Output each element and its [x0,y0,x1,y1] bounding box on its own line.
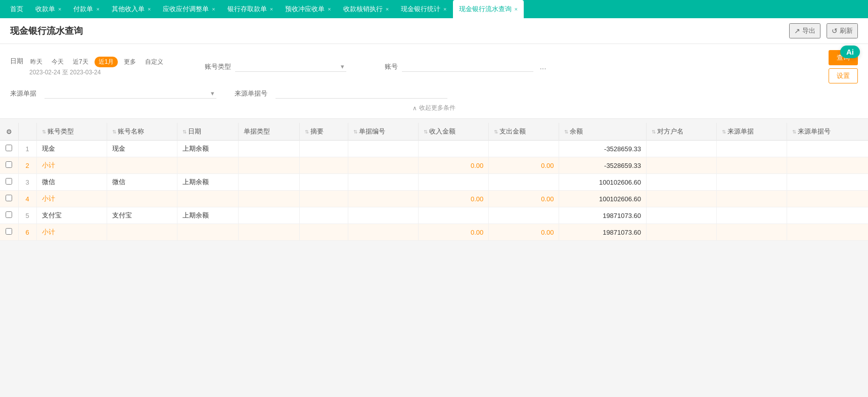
export-icon: ↗ [794,27,800,35]
nav-item-prepay[interactable]: 预收冲应收单 × [279,0,337,18]
close-icon[interactable]: × [58,0,61,18]
cell-counterpart [647,191,717,207]
cell-income [419,174,489,191]
date-btn-1month[interactable]: 近1月 [95,57,118,67]
filter-area: 日期 昨天 今天 近7天 近1月 更多 自定义 2023-02-24 至 202… [0,44,868,119]
table-row: 4 小计 0.00 0.00 100102606.60 [0,191,868,207]
table-container: ⚙ ⇅ 账号类型 ⇅ 账号名称 ⇅ [0,123,868,241]
th-gear[interactable]: ⚙ [0,123,18,141]
cell-balance: -3528659.33 [559,157,647,174]
cell-checkbox[interactable] [0,174,18,191]
date-btn-today[interactable]: 今天 [49,57,67,67]
cell-num: 2 [18,157,36,174]
account-dots-button[interactable]: ... [537,62,548,71]
collapse-bar[interactable]: ∧ 收起更多条件 [10,104,858,112]
nav-item-cashflow[interactable]: 现金银行流水查询 × [453,0,524,18]
cell-income: 0.00 [419,224,489,241]
nav-item-other-income[interactable]: 其他收入单 × [106,0,157,18]
table-row: 6 小计 0.00 0.00 19871073.60 [0,224,868,241]
th-counterpart[interactable]: ⇅ 对方户名 [647,123,717,141]
nav-item-home[interactable]: 首页 [4,0,29,18]
cell-source-voucher-no [787,224,868,241]
cell-account-type: 支付宝 [36,207,107,224]
close-icon[interactable]: × [386,0,389,18]
cell-account-name [107,157,177,174]
nav-item-receipt[interactable]: 收款单 × [29,0,67,18]
account-type-select[interactable]: ▾ [235,62,346,72]
th-source-voucher[interactable]: ⇅ 来源单据 [717,123,787,141]
nav-item-payment[interactable]: 付款单 × [67,0,105,18]
cell-summary [299,224,348,241]
refresh-button[interactable]: ↺ 刷新 [827,23,858,38]
chevron-up-icon: ∧ [413,105,417,112]
close-icon[interactable]: × [443,0,446,18]
th-account-name[interactable]: ⇅ 账号名称 [107,123,177,141]
th-balance[interactable]: ⇅ 余额 [559,123,647,141]
close-icon[interactable]: × [515,0,518,18]
cell-account-type: 现金 [36,141,107,157]
sort-icon: ⇅ [305,129,309,135]
sort-icon: ⇅ [42,129,46,135]
cell-checkbox[interactable] [0,191,18,207]
close-icon[interactable]: × [212,0,215,18]
cell-checkbox[interactable] [0,157,18,174]
date-btn-7days[interactable]: 近7天 [70,57,92,67]
source-voucher-no-label: 来源单据号 [235,89,267,98]
source-voucher-no-input[interactable] [276,89,447,99]
ai-assistant-button[interactable]: Ai [840,46,860,58]
cell-balance: 19871073.60 [559,207,647,224]
nav-item-adjustment[interactable]: 应收应付调整单 × [157,0,221,18]
close-icon[interactable]: × [96,0,99,18]
th-date[interactable]: ⇅ 日期 [177,123,238,141]
cell-counterpart [647,207,717,224]
cell-summary [299,174,348,191]
th-summary[interactable]: ⇅ 摘要 [299,123,348,141]
cell-account-type: 小计 [36,224,107,241]
account-input[interactable] [402,62,533,72]
sort-icon: ⇅ [424,129,428,135]
nav-item-stats[interactable]: 现金银行统计 × [395,0,452,18]
cell-checkbox[interactable] [0,224,18,241]
page-header: 现金银行流水查询 ↗ 导出 ↺ 刷新 [0,18,868,44]
cell-summary [299,207,348,224]
cell-num: 4 [18,191,36,207]
cell-voucher-type [238,191,299,207]
cell-counterpart [647,141,717,157]
cell-voucher-type [238,207,299,224]
cell-account-type: 小计 [36,191,107,207]
close-icon[interactable]: × [328,0,331,18]
th-voucher-type: 单据类型 [238,123,299,141]
cell-checkbox[interactable] [0,141,18,157]
th-expense[interactable]: ⇅ 支出金额 [489,123,559,141]
cell-balance: 100102606.60 [559,191,647,207]
page-title: 现金银行流水查询 [10,25,83,37]
export-button[interactable]: ↗ 导出 [789,23,820,38]
cell-account-type: 小计 [36,157,107,174]
source-voucher-select[interactable]: ▾ [44,89,216,99]
filter-row-1: 日期 昨天 今天 近7天 近1月 更多 自定义 2023-02-24 至 202… [10,50,858,83]
cell-summary [299,141,348,157]
close-icon[interactable]: × [270,0,273,18]
cell-summary [299,157,348,174]
nav-item-writeoff[interactable]: 收款核销执行 × [337,0,395,18]
th-source-voucher-no[interactable]: ⇅ 来源单据号 [787,123,868,141]
cell-expense: 0.00 [489,224,559,241]
th-income[interactable]: ⇅ 收入金额 [419,123,489,141]
th-account-type[interactable]: ⇅ 账号类型 [36,123,107,141]
date-btn-custom[interactable]: 自定义 [142,57,166,67]
th-voucher-no[interactable]: ⇅ 单据编号 [348,123,418,141]
cell-source-voucher [717,191,787,207]
data-table: ⚙ ⇅ 账号类型 ⇅ 账号名称 ⇅ [0,123,868,241]
cell-voucher-type [238,174,299,191]
cell-income [419,207,489,224]
table-row: 1 现金 现金 上期余额 -3528659.33 [0,141,868,157]
cell-checkbox[interactable] [0,207,18,224]
date-btn-yesterday[interactable]: 昨天 [27,57,45,67]
chevron-down-icon: ▾ [341,63,344,70]
close-icon[interactable]: × [148,0,151,18]
date-btn-more[interactable]: 更多 [121,57,139,67]
cell-voucher-no [348,224,418,241]
nav-item-bank-deposit[interactable]: 银行存取款单 × [221,0,279,18]
settings-button[interactable]: 设置 [829,68,858,83]
chevron-down-icon: ▾ [211,90,214,97]
